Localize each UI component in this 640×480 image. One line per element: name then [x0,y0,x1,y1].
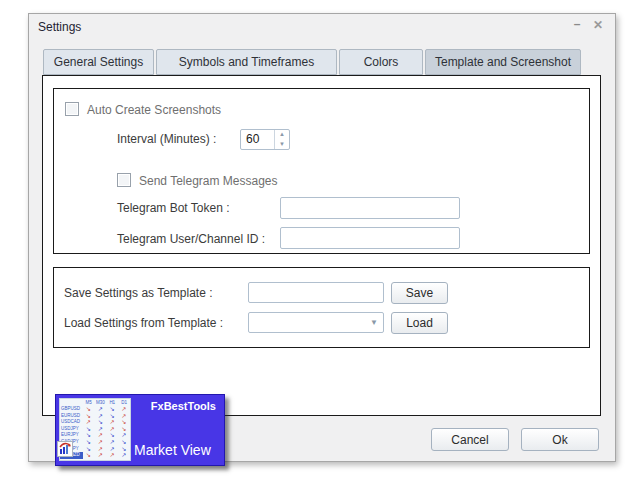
mini-signal-arrow-icon: ↘ [83,446,95,453]
bot-token-label: Telegram Bot Token : [117,201,230,215]
mini-signal-arrow-icon: ↗ [106,452,118,459]
mini-signal-arrow-icon: ↘ [106,432,118,439]
mini-table-corner [60,399,83,406]
mini-signal-arrow-icon: ↘ [83,452,95,459]
mini-pair-label: USDCAD [60,419,83,426]
mini-signal-arrow-icon: ↗ [95,432,107,439]
screenshot-groupbox: Auto Create Screenshots Interval (Minute… [53,88,590,254]
mini-signal-arrow-icon: ↗ [106,439,118,446]
mini-signal-arrow-icon: ↘ [118,439,130,446]
mini-table-header: M5M30H1D1 [60,399,130,406]
mini-signal-arrow-icon: ↗ [95,446,107,453]
banner-brand-text: FxBestTools [151,400,216,412]
tab-template-and-screenshot[interactable]: Template and Screenshot [425,49,581,75]
mini-table-row: GBPUSD↘↗↘↗ [60,406,130,413]
mini-signal-arrow-icon: ↘ [118,419,130,426]
mini-signal-arrow-icon: ↘ [83,406,95,413]
save-template-input[interactable] [248,282,384,303]
mini-signal-arrow-icon: ↗ [83,419,95,426]
mini-timeframe-label: M5 [83,399,95,406]
tab-general-settings[interactable]: General Settings [43,49,154,75]
save-template-label: Save Settings as Template : [64,286,213,300]
mini-signal-arrow-icon: ↘ [83,426,95,433]
mini-signal-arrow-icon: ↘ [83,439,95,446]
ok-button[interactable]: Ok [521,428,599,451]
mini-timeframe-label: M30 [95,399,107,406]
interval-label: Interval (Minutes) : [117,132,216,146]
template-screenshot-panel: Auto Create Screenshots Interval (Minute… [42,75,601,416]
mini-table-row: USDCAD↗↘↗↘ [60,419,130,426]
mini-signal-arrow-icon: ↗ [118,432,130,439]
load-button[interactable]: Load [391,312,448,334]
spinner-down-icon[interactable]: ▼ [275,140,289,150]
settings-tabstrip: General Settings Symbols and Timeframes … [43,49,581,75]
mini-pair-label: EURUSD [60,413,83,420]
mini-timeframe-label: D1 [118,399,130,406]
mini-signal-arrow-icon: ↘ [106,413,118,420]
titlebar[interactable]: Settings – ✕ [29,14,615,40]
cancel-button[interactable]: Cancel [431,428,509,451]
window-controls: – ✕ [570,17,605,33]
mini-signal-arrow-icon: ↗ [118,413,130,420]
tab-symbols-and-timeframes[interactable]: Symbols and Timeframes [156,49,337,75]
mini-signal-arrow-icon: ↗ [106,426,118,433]
mini-signal-arrow-icon: ↗ [95,426,107,433]
close-icon[interactable]: ✕ [591,17,605,33]
mini-signal-arrow-icon: ↗ [118,452,130,459]
template-groupbox: Save Settings as Template : Save Load Se… [53,267,590,348]
mini-signal-arrow-icon: ↘ [106,406,118,413]
mini-signal-arrow-icon: ↗ [95,406,107,413]
mini-signal-arrow-icon: ↘ [118,426,130,433]
marketview-logo-icon [57,441,73,457]
mini-signal-arrow-icon: ↗ [106,446,118,453]
spinner-up-icon[interactable]: ▲ [275,130,289,140]
bot-token-input[interactable] [280,197,460,219]
minimize-icon[interactable]: – [570,17,584,33]
send-telegram-label: Send Telegram Messages [139,174,278,188]
mini-pair-label: USDJPY [60,426,83,433]
save-button[interactable]: Save [391,282,448,304]
desktop: Settings – ✕ General Settings Symbols an… [0,0,640,480]
interval-spinner[interactable]: 60 ▲ ▼ [240,129,290,150]
mini-signal-arrow-icon: ↘ [83,432,95,439]
mini-table-row: USDJPY↘↗↗↘ [60,426,130,433]
mini-signal-arrow-icon: ↘ [83,413,95,420]
auto-create-screenshots-label: Auto Create Screenshots [87,103,221,117]
mini-signal-arrow-icon: ↗ [95,413,107,420]
fxbesttools-banner[interactable]: FxBestTools Market View M5M30H1D1GBPUSD↘… [55,394,225,466]
load-template-dropdown[interactable]: ▼ [248,312,384,333]
mini-signal-arrow-icon: ↗ [106,419,118,426]
mini-signal-arrow-icon: ↘ [118,446,130,453]
mini-pair-label: EURJPY [60,432,83,439]
window-title: Settings [38,20,81,34]
mini-signal-arrow-icon: ↗ [95,439,107,446]
mini-timeframe-label: H1 [106,399,118,406]
user-channel-label: Telegram User/Channel ID : [117,232,265,246]
spinner-buttons: ▲ ▼ [274,130,289,149]
mini-table-row: EURUSD↘↗↘↗ [60,413,130,420]
send-telegram-checkbox[interactable] [117,173,131,187]
mini-signal-arrow-icon: ↘ [95,419,107,426]
load-template-label: Load Settings from Template : [64,316,223,330]
user-channel-input[interactable] [280,227,460,249]
tab-colors[interactable]: Colors [339,49,423,75]
interval-value: 60 [241,130,274,149]
auto-create-screenshots-checkbox[interactable] [65,102,79,116]
mini-pair-label: GBPUSD [60,406,83,413]
banner-product-text: Market View [134,442,211,458]
mini-signal-arrow-icon: ↗ [118,406,130,413]
mini-table-row: EURJPY↘↗↘↗ [60,432,130,439]
mini-signal-arrow-icon: ↗ [95,452,107,459]
chevron-down-icon: ▼ [370,318,378,327]
